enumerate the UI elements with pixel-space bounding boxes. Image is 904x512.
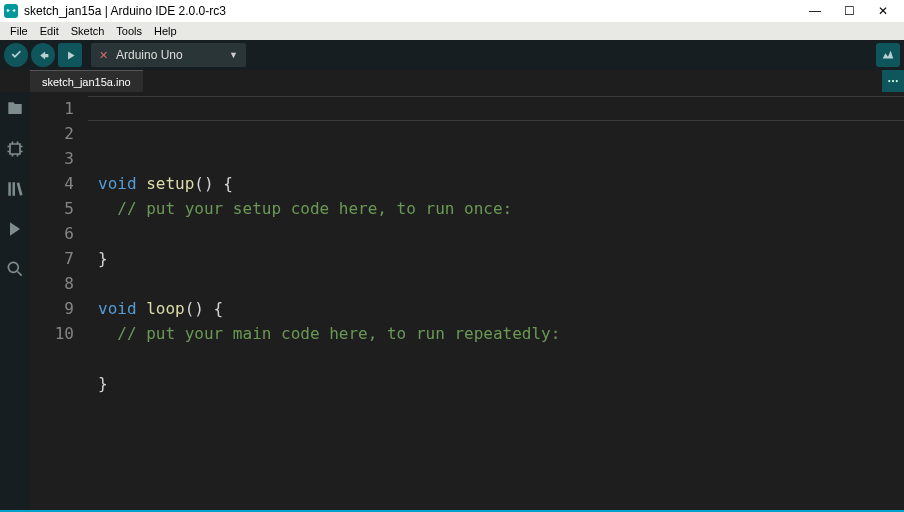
menu-edit[interactable]: Edit <box>34 25 65 37</box>
code-line[interactable]: void setup() { <box>98 171 904 196</box>
line-gutter: 12345678910 <box>30 92 88 510</box>
svg-point-1 <box>892 80 894 82</box>
menu-help[interactable]: Help <box>148 25 183 37</box>
boards-manager-icon[interactable] <box>4 138 26 160</box>
search-icon[interactable] <box>4 258 26 280</box>
code-line[interactable] <box>98 221 904 246</box>
debug-button[interactable] <box>58 43 82 67</box>
menu-tools[interactable]: Tools <box>110 25 148 37</box>
board-selector-label: Arduino Uno <box>116 48 183 62</box>
code-line[interactable]: void loop() { <box>98 296 904 321</box>
code-editor[interactable]: 12345678910 void setup() { // put your s… <box>30 92 904 510</box>
menubar: File Edit Sketch Tools Help <box>0 22 904 40</box>
line-number: 8 <box>30 271 74 296</box>
titlebar: sketch_jan15a | Arduino IDE 2.0.0-rc3 — … <box>0 0 904 22</box>
verify-button[interactable] <box>4 43 28 67</box>
debug-icon[interactable] <box>4 218 26 240</box>
toolbar: ✕ Arduino Uno ▼ <box>0 40 904 70</box>
code-line[interactable] <box>98 271 904 296</box>
tabbar: sketch_jan15a.ino <box>30 70 904 92</box>
tab-more-button[interactable] <box>882 70 904 92</box>
svg-point-3 <box>8 262 18 272</box>
code-line[interactable] <box>98 396 904 421</box>
svg-point-2 <box>896 80 898 82</box>
line-number: 6 <box>30 221 74 246</box>
code-line[interactable]: // put your setup code here, to run once… <box>98 196 904 221</box>
tab-sketch[interactable]: sketch_jan15a.ino <box>30 70 143 92</box>
board-selector[interactable]: ✕ Arduino Uno ▼ <box>91 43 246 67</box>
code-line[interactable]: } <box>98 246 904 271</box>
line-number: 4 <box>30 171 74 196</box>
line-number: 3 <box>30 146 74 171</box>
sketchbook-icon[interactable] <box>4 98 26 120</box>
minimize-button[interactable]: — <box>798 4 832 18</box>
line-number: 10 <box>30 321 74 346</box>
code-area[interactable]: void setup() { // put your setup code he… <box>88 92 904 510</box>
upload-button[interactable] <box>31 43 55 67</box>
serial-plotter-button[interactable] <box>876 43 900 67</box>
line-number: 7 <box>30 246 74 271</box>
main: 12345678910 void setup() { // put your s… <box>0 92 904 510</box>
app-icon <box>4 4 18 18</box>
sidebar <box>0 92 30 510</box>
line-number: 2 <box>30 121 74 146</box>
current-line-highlight <box>88 96 904 121</box>
code-line[interactable]: } <box>98 371 904 396</box>
library-manager-icon[interactable] <box>4 178 26 200</box>
window-title: sketch_jan15a | Arduino IDE 2.0.0-rc3 <box>24 4 798 18</box>
code-line[interactable]: // put your main code here, to run repea… <box>98 321 904 346</box>
maximize-button[interactable]: ☐ <box>832 4 866 18</box>
line-number: 5 <box>30 196 74 221</box>
tab-label: sketch_jan15a.ino <box>42 76 131 88</box>
board-disconnected-icon: ✕ <box>99 49 108 62</box>
close-button[interactable]: ✕ <box>866 4 900 18</box>
svg-point-0 <box>888 80 890 82</box>
line-number: 9 <box>30 296 74 321</box>
line-number: 1 <box>30 96 74 121</box>
menu-sketch[interactable]: Sketch <box>65 25 111 37</box>
code-line[interactable] <box>98 346 904 371</box>
menu-file[interactable]: File <box>4 25 34 37</box>
chevron-down-icon: ▼ <box>229 50 238 60</box>
